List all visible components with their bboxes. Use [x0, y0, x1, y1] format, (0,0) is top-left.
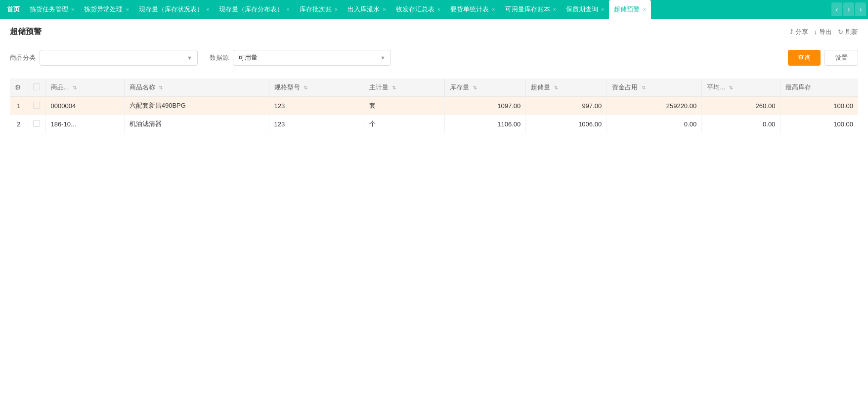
nav-tab-stock-status[interactable]: 现存量（库存状况表） ×: [134, 0, 214, 19]
datasource-select[interactable]: 可用量 ▼: [233, 50, 391, 66]
row-unit-1: 个: [364, 115, 445, 133]
nav-tab-available[interactable]: 可用量库存账本 ×: [500, 0, 561, 19]
table-gear-icon[interactable]: ⚙: [15, 83, 21, 91]
close-inout-icon[interactable]: ×: [383, 6, 386, 12]
th-avg[interactable]: 平均... ⇅: [702, 79, 781, 97]
th-product-name[interactable]: 商品名称 ⇅: [124, 79, 269, 97]
close-batch-icon[interactable]: ×: [335, 6, 338, 12]
nav-arrows: ‹ › ›: [831, 2, 866, 16]
sort-spec-icon: ⇅: [304, 85, 307, 90]
th-capital[interactable]: 资金占用 ⇅: [607, 79, 702, 97]
header-actions: ⤴ 分享 ↓ 导出 ↻ 刷新: [790, 28, 859, 37]
row-product-name-0: 六配套新昌490BPG: [124, 97, 269, 115]
nav-tab-expiry-label: 保质期查询: [566, 5, 598, 14]
th-checkbox: [28, 79, 45, 97]
nav-tab-home-label: 首页: [7, 5, 20, 14]
export-button[interactable]: ↓ 导出: [814, 28, 832, 37]
category-filter: 商品分类 ▼: [10, 50, 198, 66]
datasource-value: 可用量: [238, 53, 258, 62]
select-all-checkbox[interactable]: [33, 83, 40, 90]
nav-tab-batch[interactable]: 库存批次账 ×: [295, 0, 343, 19]
nav-tab-stock-status-label: 现存量（库存状况表）: [139, 5, 203, 14]
row-num-0: 1: [10, 97, 28, 115]
row-checkbox-1[interactable]: [33, 120, 40, 127]
row-spec-0: 123: [269, 97, 364, 115]
filter-buttons: 查询 设置: [788, 50, 858, 66]
share-icon: ⤴: [790, 28, 793, 36]
refresh-label: 刷新: [845, 28, 858, 37]
close-stock-dist-icon[interactable]: ×: [286, 6, 289, 12]
row-max-stock-1: 100.00: [781, 115, 858, 133]
sort-product-name-icon: ⇅: [159, 85, 163, 90]
page-title: 超储预警: [10, 27, 42, 37]
row-max-stock-0: 100.00: [781, 97, 858, 115]
row-product-code-1: 186-10...: [45, 115, 124, 133]
th-product-code[interactable]: 商品... ⇅: [45, 79, 124, 97]
table-header: ⚙ 商品... ⇅ 商品名称 ⇅ 规格型号 ⇅ 主计量: [10, 79, 858, 97]
th-unit[interactable]: 主计量 ⇅: [364, 79, 445, 97]
nav-tab-collect-label: 收发存汇总表: [396, 5, 434, 14]
close-overstock-icon[interactable]: ×: [643, 6, 646, 12]
nav-tab-overstock-label: 超储预警: [614, 5, 640, 14]
row-stock-1: 1106.00: [445, 115, 526, 133]
nav-left-arrow-btn[interactable]: ‹: [831, 2, 842, 16]
row-checkbox-0[interactable]: [33, 102, 40, 109]
query-button[interactable]: 查询: [788, 50, 821, 66]
row-product-code-0: 0000004: [45, 97, 124, 115]
sort-avg-icon: ⇅: [729, 85, 733, 90]
th-overstock[interactable]: 超储量 ⇅: [526, 79, 607, 97]
th-stock[interactable]: 库存量 ⇅: [445, 79, 526, 97]
row-stock-0: 1097.00: [445, 97, 526, 115]
nav-tab-order-stat-label: 要货单统计表: [450, 5, 489, 14]
sort-product-code-icon: ⇅: [73, 85, 77, 90]
table-row: 2 186-10... 机油滤清器 123 个 1106.00 1006.00 …: [10, 115, 858, 133]
nav-tab-collect[interactable]: 收发存汇总表 ×: [391, 0, 445, 19]
share-label: 分享: [795, 28, 808, 37]
data-table: ⚙ 商品... ⇅ 商品名称 ⇅ 规格型号 ⇅ 主计量: [10, 79, 858, 133]
nav-tab-task-mgmt[interactable]: 拣货任务管理 ×: [25, 0, 79, 19]
nav-tab-task-mgmt-label: 拣货任务管理: [30, 5, 68, 14]
nav-tab-available-label: 可用量库存账本: [505, 5, 550, 14]
nav-tab-inout[interactable]: 出入库流水 ×: [343, 0, 391, 19]
close-expiry-icon[interactable]: ×: [601, 6, 604, 12]
nav-tab-overstock[interactable]: 超储预警 ×: [609, 0, 651, 19]
refresh-button[interactable]: ↻ 刷新: [838, 28, 858, 37]
close-available-icon[interactable]: ×: [553, 6, 556, 12]
close-exception-icon[interactable]: ×: [126, 6, 129, 12]
nav-tab-expiry[interactable]: 保质期查询 ×: [561, 0, 609, 19]
row-overstock-0: 997.00: [526, 97, 607, 115]
close-order-stat-icon[interactable]: ×: [492, 6, 495, 12]
category-select[interactable]: ▼: [40, 50, 198, 66]
close-task-mgmt-icon[interactable]: ×: [71, 6, 74, 12]
row-avg-0: 260.00: [702, 97, 781, 115]
export-label: 导出: [819, 28, 832, 37]
top-nav: 首页 拣货任务管理 × 拣货异常处理 × 现存量（库存状况表） × 现存量（库存…: [0, 0, 868, 19]
nav-tab-inout-label: 出入库流水: [347, 5, 380, 14]
sort-capital-icon: ⇅: [642, 85, 646, 90]
nav-tab-exception-label: 拣货异常处理: [84, 5, 123, 14]
share-button[interactable]: ⤴ 分享: [790, 28, 808, 37]
row-checkbox-cell-0: [28, 97, 45, 115]
nav-more-arrow-btn[interactable]: ›: [855, 2, 866, 16]
row-capital-0: 259220.00: [607, 97, 702, 115]
row-overstock-1: 1006.00: [526, 115, 607, 133]
refresh-icon: ↻: [838, 28, 843, 36]
datasource-filter: 数据源 可用量 ▼: [210, 50, 391, 66]
nav-tab-home[interactable]: 首页: [2, 0, 25, 19]
nav-right-arrow-btn[interactable]: ›: [843, 2, 854, 16]
sort-overstock-icon: ⇅: [554, 85, 558, 90]
th-max-stock[interactable]: 最高库存: [781, 79, 858, 97]
close-collect-icon[interactable]: ×: [437, 6, 440, 12]
nav-tab-order-stat[interactable]: 要货单统计表 ×: [445, 0, 500, 19]
row-capital-1: 0.00: [607, 115, 702, 133]
close-stock-status-icon[interactable]: ×: [206, 6, 209, 12]
nav-tab-exception[interactable]: 拣货异常处理 ×: [79, 0, 133, 19]
row-checkbox-cell-1: [28, 115, 45, 133]
row-product-name-1: 机油滤清器: [124, 115, 269, 133]
datasource-chevron-icon: ▼: [380, 55, 386, 61]
th-spec[interactable]: 规格型号 ⇅: [269, 79, 364, 97]
row-avg-1: 0.00: [702, 115, 781, 133]
page-header: 超储预警 ⤴ 分享 ↓ 导出 ↻ 刷新: [10, 27, 858, 37]
nav-tab-stock-dist[interactable]: 现存量（库存分布表） ×: [214, 0, 294, 19]
settings-button[interactable]: 设置: [825, 50, 858, 66]
